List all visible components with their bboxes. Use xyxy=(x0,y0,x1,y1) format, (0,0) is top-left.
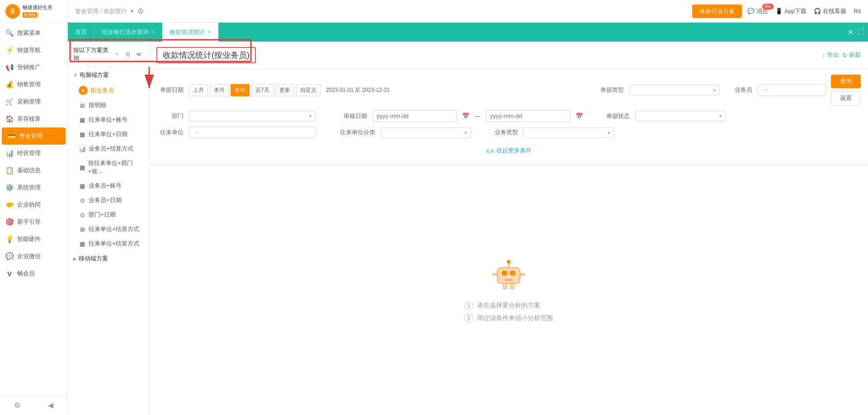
filter-row-3: 往来单位 ··· 往来单位分类 ▾ 业务类型 ▾ xyxy=(156,127,861,138)
date-btn-last-month[interactable]: 上月 xyxy=(189,84,208,96)
doc-status-arrow-icon: ▾ xyxy=(719,113,722,118)
tab-close-all-btn[interactable]: ✕ xyxy=(848,28,854,37)
counterpart-cat-select[interactable]: ▾ xyxy=(381,127,471,138)
scheme-settings-btn[interactable]: ⚙ xyxy=(123,50,132,59)
scheme-item-salesman-date[interactable]: ⊙ 业务员+日期 xyxy=(68,193,149,208)
counterpart-select[interactable]: ··· xyxy=(189,127,316,138)
sidebar-item-wechat[interactable]: 💬 企业微信 xyxy=(0,248,67,265)
review-date-end-cal-icon[interactable]: 📅 xyxy=(576,113,583,119)
date-label: 单据日期 xyxy=(156,86,184,94)
tab-bank[interactable]: 现金银行流水查询 × xyxy=(94,23,162,42)
dept-label: 部门 xyxy=(156,112,184,120)
tab-receipt[interactable]: 收款情况统计 × xyxy=(162,23,218,42)
scheme-item-by-detail[interactable]: ⊞ 按明细 xyxy=(68,98,149,113)
content-area: 按以下方案查询 ＋ ⚙ ≪ ▼ 电脑端方案 ● 按业务员 ⊞ xyxy=(68,42,868,415)
sidebar-settings-btn[interactable]: ⚙ xyxy=(10,399,24,411)
system-icon: ⚙️ xyxy=(5,184,14,192)
refresh-btn[interactable]: ↻ 刷新 xyxy=(842,51,861,59)
message-btn[interactable]: 💬 消息 99+ xyxy=(747,7,768,15)
trial-btn[interactable]: 体验行业方案 xyxy=(692,5,742,18)
scheme-item-salesman-account[interactable]: ▦ 业务员+账号 xyxy=(68,179,149,193)
sidebar-item-operation[interactable]: 📊 经营管理 xyxy=(0,145,67,162)
scheme-add-btn[interactable]: ＋ xyxy=(113,50,122,59)
date-btn-this-month[interactable]: 本月 xyxy=(210,84,229,96)
topbar-gear-icon[interactable]: ⚙ xyxy=(137,7,144,15)
sidebar-item-inventory[interactable]: 🏠 库存核算 xyxy=(0,110,67,127)
scheme-group-desktop-header[interactable]: ▼ 电脑端方案 xyxy=(68,67,149,83)
date-btn-custom[interactable]: 自定义 xyxy=(296,84,321,96)
tab-home[interactable]: 首页 xyxy=(68,23,94,42)
date-btn-this-year[interactable]: 本年 xyxy=(231,84,250,96)
review-date-end[interactable] xyxy=(486,110,570,122)
step-1-num: 1 xyxy=(464,301,473,310)
doc-status-select[interactable]: ▾ xyxy=(635,111,726,121)
scheme-panel: 按以下方案查询 ＋ ⚙ ≪ ▼ 电脑端方案 ● 按业务员 ⊞ xyxy=(68,42,149,415)
sidebar-item-hardware[interactable]: 💡 智能硬件 xyxy=(0,231,67,248)
filter-row-2: 部门 ▾ 审核日期 📅 — 📅 单据状态 xyxy=(156,110,861,122)
topbar-left: 资金管理 / 收款统计 ▾ ⚙ xyxy=(75,7,687,15)
tab-receipt-close[interactable]: × xyxy=(208,29,211,35)
sidebar-item-basic[interactable]: 📋 基础信息 xyxy=(0,162,67,179)
salesman-more-icon: ··· xyxy=(764,87,768,93)
empty-step-2: 2 用过滤条件来缩小分析范围 xyxy=(464,314,553,323)
sidebar-item-sales[interactable]: 💰 销售管理 xyxy=(0,76,67,93)
breadcrumb-dropdown-icon[interactable]: ▾ xyxy=(131,8,134,14)
export-btn[interactable]: ↑ 导出 xyxy=(822,51,839,59)
date-btn-more[interactable]: 更多 xyxy=(275,84,294,96)
online-service-btn[interactable]: 🎧 在线客服 xyxy=(814,7,846,15)
tab-maximize-btn[interactable]: ⛶ xyxy=(857,28,864,36)
app-download-btn[interactable]: 📱 App下载 xyxy=(775,7,807,15)
empty-illustration xyxy=(491,256,527,294)
active-scheme-icon: ● xyxy=(79,86,88,95)
dept-select[interactable]: ▾ xyxy=(189,111,316,121)
scheme-item-dept-date[interactable]: ⊙ 部门+日期 xyxy=(68,208,149,222)
scheme-item-unit-date[interactable]: ▦ 往来单位+日期 xyxy=(68,127,149,141)
scheme-item-by-salesman[interactable]: ● 按业务员 xyxy=(68,83,149,98)
tab-bank-close[interactable]: × xyxy=(151,29,155,35)
user-avatar[interactable]: Rit xyxy=(854,8,861,14)
sidebar-item-quicknav[interactable]: ⚡ 快捷导航 xyxy=(0,42,67,59)
scheme-group-mobile-header[interactable]: ▶ 移动端方案 xyxy=(68,251,149,266)
scheme-dept-date-icon: ⊙ xyxy=(79,211,86,218)
scheme-item-salesman-settle[interactable]: 📊 业务员+结算方式 xyxy=(68,141,149,156)
empty-state: 1 请先选择要分析的方案 2 用过滤条件来缩小分析范围 xyxy=(464,256,553,323)
sidebar-item-marketing[interactable]: 📢 营销推广 xyxy=(0,59,67,76)
svg-rect-2 xyxy=(510,271,515,275)
message-icon: 💬 xyxy=(747,8,755,14)
scheme-item-unit-account[interactable]: ▦ 往来单位+账号 xyxy=(68,113,149,127)
scheme-item-unit-settle2[interactable]: ▦ 往来单位+结算方式 xyxy=(68,236,149,251)
review-date-start-cal-icon[interactable]: 📅 xyxy=(462,113,469,119)
query-btn[interactable]: 查询 xyxy=(831,75,861,88)
collapse-more-btn[interactable]: ∧∧ 收起更多条件 xyxy=(156,143,861,158)
scheme-collapse-btn[interactable]: ≪ xyxy=(134,50,143,59)
sidebar-item-capital[interactable]: 💳 资金管理 xyxy=(2,127,66,145)
scheme-header: 按以下方案查询 ＋ ⚙ ≪ xyxy=(68,42,149,67)
sidebar-item-system[interactable]: ⚙️ 系统管理 xyxy=(0,179,67,196)
expand-arrow-icon: ▼ xyxy=(73,73,78,78)
review-date-start[interactable] xyxy=(373,110,457,122)
scheme-item-unit-dept[interactable]: ▦ 按往来单位+部门+收... xyxy=(68,156,149,179)
sidebar-item-purchase[interactable]: 🛒 采购管理 xyxy=(0,93,67,110)
scheme-title: 按以下方案查询 xyxy=(73,46,113,62)
sidebar-item-member[interactable]: V 畅会员 xyxy=(0,265,67,282)
date-btn-7days[interactable]: 近7天 xyxy=(251,84,274,96)
svg-rect-9 xyxy=(510,283,514,289)
biz-type-select[interactable]: ▾ xyxy=(524,127,614,138)
scheme-unit-dept-icon: ▦ xyxy=(79,164,85,171)
purchase-icon: 🛒 xyxy=(5,98,14,106)
sidebar-nav: 🔍 搜索菜单 ⚡ 快捷导航 📢 营销推广 💰 销售管理 🛒 采购管理 🏠 库存核… xyxy=(0,23,67,395)
set-btn[interactable]: 设置 xyxy=(831,91,861,105)
salesman-select[interactable]: ··· xyxy=(758,84,826,96)
scheme-item-unit-settle1[interactable]: ⊞ 往来单位+结算方式 xyxy=(68,222,149,236)
member-icon: V xyxy=(5,269,14,278)
sidebar-item-search[interactable]: 🔍 搜索菜单 xyxy=(0,24,67,42)
sidebar-item-enterprise[interactable]: 🤝 企业协同 xyxy=(0,196,67,213)
sidebar-item-guide[interactable]: 🎯 新手引导 xyxy=(0,213,67,231)
counterpart-more-icon: ··· xyxy=(195,129,199,136)
doc-type-select[interactable]: ▾ xyxy=(629,85,720,95)
sidebar-collapse-btn[interactable]: ◀‍ xyxy=(44,399,57,411)
sales-icon: 💰 xyxy=(5,80,14,89)
operation-icon: 📊 xyxy=(5,149,14,157)
salesman-label: 业务员 xyxy=(725,86,752,94)
scheme-unit-date-icon: ▦ xyxy=(79,131,86,138)
